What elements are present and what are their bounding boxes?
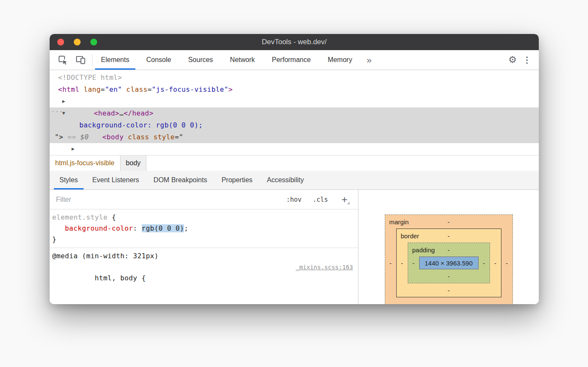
dom-node-body-open-end[interactable]: "> == $0	[50, 131, 539, 143]
margin-top-value[interactable]: -	[448, 218, 450, 226]
elements-tree: <!DOCTYPE html> <html lang="en" class="j…	[50, 70, 539, 155]
border-label: border	[401, 232, 419, 240]
tab-dom-breakpoints[interactable]: DOM Breakpoints	[146, 171, 214, 189]
box-model-content[interactable]: 1440 × 3963.590	[419, 257, 479, 269]
tab-elements[interactable]: Elements	[92, 50, 138, 70]
sidebar-tabbar: Styles Event Listeners DOM Breakpoints P…	[50, 171, 539, 190]
styles-filter-input[interactable]	[56, 196, 286, 203]
rule-close-brace[interactable]: }	[52, 234, 355, 245]
devtools-window: DevTools - web.dev/ Elements Console Sou…	[50, 34, 539, 304]
tab-styles[interactable]: Styles	[52, 171, 85, 189]
tab-properties[interactable]: Properties	[214, 171, 260, 189]
dom-node-body-open[interactable]: ··· ▼<body class style="	[50, 107, 539, 119]
border-bottom-value[interactable]: -	[448, 287, 450, 294]
box-model-padding[interactable]: padding - - 1440 × 3963.590 -	[408, 243, 490, 283]
styles-rules-pane: :hov .cls + element.style { background-c…	[50, 190, 358, 304]
toggle-hover-state-button[interactable]: :hov	[286, 196, 302, 203]
source-file-link[interactable]: _mixins.scss:163	[296, 262, 353, 273]
border-top-value[interactable]: -	[448, 232, 450, 240]
main-menu-button[interactable]: ⋮	[523, 55, 531, 65]
margin-left-value[interactable]: -	[385, 229, 396, 297]
tab-console[interactable]: Console	[138, 50, 180, 70]
tab-accessibility[interactable]: Accessibility	[260, 171, 311, 189]
rule-declaration[interactable]: background-color: rgb(0 0 0);	[52, 223, 355, 234]
more-tabs-button[interactable]: »	[361, 50, 378, 70]
toggle-classes-button[interactable]: .cls	[313, 196, 328, 203]
settings-button[interactable]: ⚙	[508, 54, 517, 65]
box-model-margin[interactable]: margin - - border - -	[385, 215, 513, 304]
dom-node-body-style-attr[interactable]: background-color: rgb(0 0 0);	[50, 119, 539, 131]
margin-label: margin	[389, 218, 409, 226]
gear-icon: ⚙	[508, 54, 517, 65]
kebab-menu-icon: ⋮	[523, 55, 531, 65]
plus-icon: +	[342, 194, 347, 205]
collapse-arrow-icon[interactable]: ▼	[60, 107, 67, 119]
box-model-pane: margin - - border - -	[358, 190, 539, 304]
traffic-lights	[57, 39, 97, 45]
minimize-button[interactable]	[74, 39, 81, 45]
padding-bottom-value[interactable]: -	[448, 273, 450, 280]
padding-right-value[interactable]: -	[479, 257, 490, 269]
padding-label: padding	[412, 246, 435, 254]
padding-top-value[interactable]: -	[448, 246, 450, 254]
border-right-value[interactable]: -	[490, 243, 501, 283]
dom-node-doctype[interactable]: <!DOCTYPE html>	[50, 72, 539, 84]
close-button[interactable]	[57, 39, 64, 45]
tab-performance[interactable]: Performance	[263, 50, 319, 70]
tab-memory[interactable]: Memory	[319, 50, 361, 70]
breadcrumb-item-body[interactable]: body	[120, 155, 147, 171]
border-left-value[interactable]: -	[397, 243, 408, 283]
styles-panel: :hov .cls + element.style { background-c…	[50, 190, 539, 304]
breadcrumb: html.js-focus-visible body	[50, 155, 539, 171]
chevron-more-icon: »	[367, 55, 372, 65]
new-style-rule-button[interactable]: +	[339, 194, 350, 205]
style-rule-element-style: element.style { background-color: rgb(0 …	[50, 209, 358, 248]
margin-right-value[interactable]: -	[501, 229, 512, 297]
zoom-button[interactable]	[90, 39, 97, 45]
tab-sources[interactable]: Sources	[179, 50, 221, 70]
padding-left-value[interactable]: -	[408, 257, 419, 269]
dom-node-snackbar[interactable]: ▶<web-snackbar-container>…</web-snackbar…	[50, 143, 539, 155]
box-model-border[interactable]: border - - padding - -	[396, 229, 501, 297]
inspect-element-icon[interactable]	[57, 54, 68, 65]
titlebar[interactable]: DevTools - web.dev/	[50, 34, 539, 50]
rule-selector[interactable]: element.style {	[52, 212, 355, 223]
style-rule-media-321: @media (min-width: 321px) html, body { _…	[50, 248, 358, 304]
dom-selection: ··· ▼<body class style=" background-colo…	[50, 107, 539, 143]
dom-node-head[interactable]: ▶<head>…</head>	[50, 96, 539, 107]
device-toolbar-icon[interactable]	[75, 54, 86, 65]
media-query[interactable]: @media (min-width: 321px)	[52, 251, 355, 262]
expand-arrow-icon[interactable]: ▶	[70, 143, 76, 155]
tab-event-listeners[interactable]: Event Listeners	[85, 171, 146, 189]
breadcrumb-item-html[interactable]: html.js-focus-visible	[50, 155, 120, 171]
content-size-value: 1440 × 3963.590	[425, 260, 473, 267]
rule-selector[interactable]: html, body { _mixins.scss:163	[52, 262, 355, 304]
dom-node-html-open[interactable]: <html lang="en" class="js-focus-visible"…	[50, 84, 539, 96]
margin-bottom-value[interactable]: -	[448, 301, 450, 305]
styles-filter-bar: :hov .cls +	[50, 190, 358, 209]
tab-network[interactable]: Network	[221, 50, 263, 70]
window-title: DevTools - web.dev/	[262, 38, 327, 46]
devtools-toolbar: Elements Console Sources Network Perform…	[50, 50, 539, 70]
